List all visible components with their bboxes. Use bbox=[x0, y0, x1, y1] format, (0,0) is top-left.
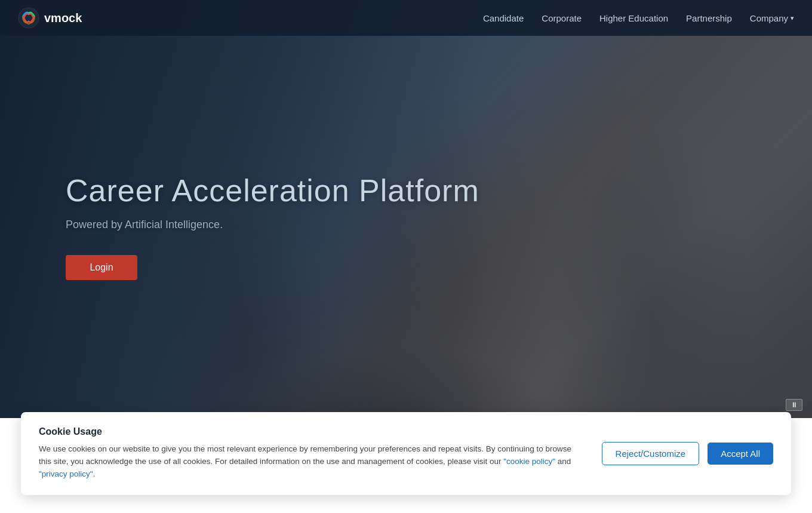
cookie-banner: Cookie Usage We use cookies on our websi… bbox=[21, 412, 791, 495]
pause-icon: ⏸ bbox=[791, 401, 798, 409]
hero-subtitle: Powered by Artificial Intelligence. bbox=[66, 219, 812, 231]
nav-partnership[interactable]: Partnership bbox=[686, 13, 732, 23]
privacy-policy-link[interactable]: "privacy policy" bbox=[39, 469, 93, 478]
cookie-actions: Reject/Customize Accept All bbox=[602, 442, 773, 465]
cookie-policy-link[interactable]: "cookie policy" bbox=[503, 457, 555, 466]
nav-candidate[interactable]: Candidate bbox=[483, 13, 524, 23]
nav-corporate[interactable]: Corporate bbox=[542, 13, 582, 23]
cookie-title: Cookie Usage bbox=[39, 426, 578, 437]
navbar-links: Candidate Corporate Higher Education Par… bbox=[483, 13, 794, 23]
logo-icon bbox=[18, 7, 39, 29]
navbar: vmock Candidate Corporate Higher Educati… bbox=[0, 0, 812, 36]
login-button[interactable]: Login bbox=[66, 255, 137, 280]
svg-point-0 bbox=[19, 8, 39, 28]
cookie-and-text: and bbox=[555, 457, 571, 466]
pause-button[interactable]: ⏸ bbox=[786, 399, 802, 411]
hero-content: Career Acceleration Platform Powered by … bbox=[0, 0, 812, 418]
cookie-body-text-1: We use cookies on our website to give yo… bbox=[39, 444, 571, 466]
nav-company-label: Company bbox=[750, 13, 788, 23]
hero-title: Career Acceleration Platform bbox=[66, 174, 812, 208]
accept-all-button[interactable]: Accept All bbox=[708, 443, 773, 465]
nav-company[interactable]: Company ▾ bbox=[750, 13, 794, 23]
nav-higher-education[interactable]: Higher Education bbox=[599, 13, 668, 23]
hero-section: Career Acceleration Platform Powered by … bbox=[0, 0, 812, 418]
logo[interactable]: vmock bbox=[18, 7, 82, 29]
cookie-text-area: Cookie Usage We use cookies on our websi… bbox=[39, 426, 578, 481]
cookie-period: . bbox=[93, 469, 96, 478]
cookie-body: We use cookies on our website to give yo… bbox=[39, 443, 578, 481]
logo-text: vmock bbox=[44, 11, 82, 25]
reject-customize-button[interactable]: Reject/Customize bbox=[602, 442, 700, 465]
chevron-down-icon: ▾ bbox=[791, 14, 794, 22]
